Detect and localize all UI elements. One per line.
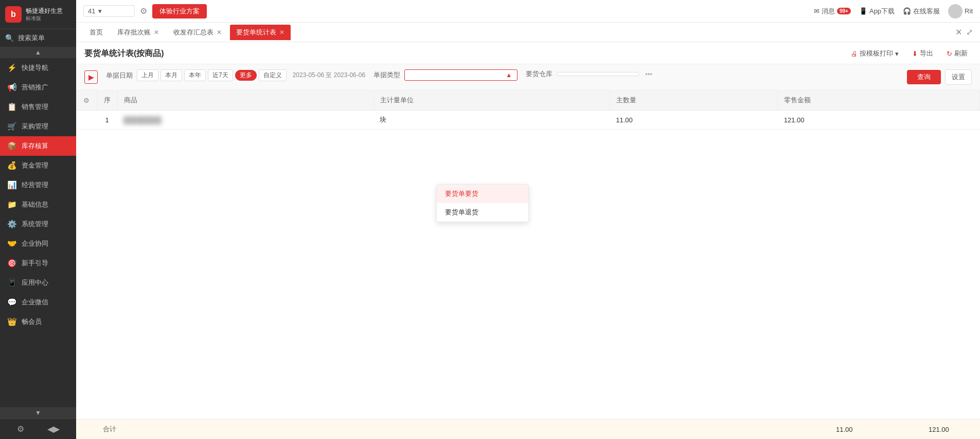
tab-home[interactable]: 首页: [83, 25, 109, 40]
date-btn-more[interactable]: 更多: [235, 70, 257, 81]
th-unit: 主计量单位: [373, 90, 610, 111]
sidebar-item-system[interactable]: ⚙️ 系统管理: [0, 214, 76, 234]
collapse-icon[interactable]: ◀▶: [47, 424, 60, 434]
date-filter-group: 单据日期 上月 本月 本年 近7天 更多 自定义 2023-05-06 至 20…: [106, 69, 365, 81]
trial-btn[interactable]: 体验行业方案: [152, 4, 207, 19]
print-btn[interactable]: 🖨 按模板打印 ▾: [847, 47, 903, 60]
date-btn-custom[interactable]: 自定义: [259, 69, 287, 81]
filter-settings-btn[interactable]: 设置: [945, 69, 972, 85]
wechat-icon: 💬: [7, 298, 16, 307]
date-btn-last-month[interactable]: 上月: [137, 69, 158, 81]
date-options: 上月 本月 本年 近7天 更多 自定义: [137, 69, 287, 81]
tab-requisition-label: 要货单统计表: [236, 28, 276, 37]
sidebar-search[interactable]: 🔍 搜索菜单: [0, 29, 76, 47]
sidebar-item-marketing[interactable]: 📢 营销推广: [0, 78, 76, 97]
th-gear[interactable]: ⚙: [76, 90, 97, 111]
date-btn-this-year[interactable]: 本年: [184, 69, 206, 81]
messages-btn[interactable]: ✉ 消息 99+: [814, 7, 851, 16]
sidebar-item-basic[interactable]: 📁 基础信息: [0, 195, 76, 214]
settings-icon[interactable]: ⚙: [17, 424, 24, 434]
avatar: [948, 4, 963, 19]
tab-fullscreen[interactable]: ⤢: [966, 27, 973, 37]
sidebar-item-finance[interactable]: 💰 资金管理: [0, 156, 76, 175]
gear-icon[interactable]: ⚙: [83, 97, 90, 104]
page-title: 要货单统计表(按商品): [84, 48, 164, 59]
query-btn[interactable]: 查询: [907, 70, 941, 84]
topbar-settings-icon[interactable]: ⚙: [140, 6, 147, 16]
sidebar-item-app-center[interactable]: 📱 应用中心: [0, 273, 76, 292]
refresh-btn[interactable]: ↻ 刷新: [942, 47, 972, 60]
warehouse-more-icon[interactable]: •••: [645, 70, 652, 78]
sidebar-item-quick-nav[interactable]: ⚡ 快捷导航: [0, 58, 76, 78]
sidebar-item-purchase[interactable]: 🛒 采购管理: [0, 117, 76, 136]
table-header-row: ⚙ 序 商品 主计量单位 主数量 零售金额: [76, 90, 980, 111]
date-btn-this-month[interactable]: 本月: [161, 69, 182, 81]
company-selector[interactable]: 41 ▾: [83, 5, 135, 17]
dropdown-item-req-label: 要货单要货: [445, 190, 478, 197]
tab-collect-close[interactable]: ✕: [217, 29, 222, 36]
th-num: 序: [97, 90, 117, 111]
dropdown-item-ret[interactable]: 要货单退货: [437, 203, 528, 222]
sidebar-item-sales[interactable]: 📋 销售管理: [0, 97, 76, 117]
sidebar-item-collab[interactable]: 🤝 企业协同: [0, 234, 76, 253]
support-label: 在线客服: [913, 7, 940, 16]
tab-requisition[interactable]: 要货单统计表 ✕: [230, 25, 291, 40]
headset-icon: 🎧: [903, 7, 911, 15]
sidebar-item-guide[interactable]: 🎯 新手引导: [0, 253, 76, 273]
footer-amount: 121.00: [922, 426, 974, 433]
page-content: 要货单统计表(按商品) 🖨 按模板打印 ▾ ⬇ 导出 ↻ 刷新 ▶: [76, 42, 980, 439]
user-menu[interactable]: Rit: [948, 4, 973, 19]
sidebar-item-business[interactable]: 📊 经营管理: [0, 175, 76, 195]
print-label: 按模板打印: [860, 49, 893, 58]
messages-badge: 99+: [837, 8, 851, 14]
export-label: 导出: [920, 49, 933, 58]
tab-batch[interactable]: 库存批次账 ✕: [111, 25, 165, 40]
td-amount: 121.00: [778, 111, 980, 130]
sidebar-item-vip[interactable]: 👑 畅会员: [0, 312, 76, 332]
td-num: 1: [97, 111, 117, 130]
business-icon: 📊: [7, 180, 16, 190]
user-name: Rit: [965, 7, 973, 15]
warehouse-select[interactable]: [557, 72, 639, 76]
sidebar-scroll-up[interactable]: ▲: [0, 47, 76, 58]
main-content: 41 ▾ ⚙ 体验行业方案 ✉ 消息 99+ 📱 App下载 🎧 在线客服 R: [76, 0, 980, 439]
date-btn-7days[interactable]: 近7天: [208, 69, 233, 81]
sales-icon: 📋: [7, 102, 16, 112]
tab-requisition-close[interactable]: ✕: [279, 29, 284, 36]
sidebar-item-inventory[interactable]: 📦 库存核算: [0, 136, 76, 156]
sidebar-item-label: 营销推广: [22, 83, 48, 92]
type-select[interactable]: ▲: [404, 69, 518, 81]
sidebar-nav: ⚡ 快捷导航 📢 营销推广 📋 销售管理 🛒 采购管理 📦 库存核算 💰 资金管…: [0, 58, 76, 407]
tab-close-all[interactable]: ✕: [955, 27, 962, 37]
app-logo-icon: b: [5, 6, 22, 23]
chevron-up-icon: ▲: [506, 71, 512, 79]
sidebar-item-label: 经营管理: [22, 180, 48, 190]
app-download-btn[interactable]: 📱 App下载: [859, 7, 895, 16]
date-filter-label: 单据日期: [106, 71, 133, 80]
tab-batch-close[interactable]: ✕: [154, 29, 159, 36]
page-header-actions: 🖨 按模板打印 ▾ ⬇ 导出 ↻ 刷新: [847, 47, 972, 60]
warehouse-filter-group: 要货仓库 •••: [526, 69, 652, 79]
dropdown-item-req[interactable]: 要货单要货: [437, 185, 528, 203]
app-sub: 标准版: [26, 15, 63, 22]
app-download-label: App下载: [869, 7, 895, 16]
warehouse-filter-label: 要货仓库: [526, 69, 553, 79]
sidebar-item-label: 应用中心: [22, 278, 48, 287]
page-header: 要货单统计表(按商品) 🖨 按模板打印 ▾ ⬇ 导出 ↻ 刷新: [76, 42, 980, 64]
data-table: ⚙ 序 商品 主计量单位 主数量 零售金额 1 ████████: [76, 90, 980, 130]
filter-actions: 查询 设置: [907, 69, 972, 85]
chevron-down-icon: ▾: [895, 50, 899, 58]
filter-expand-btn[interactable]: ▶: [84, 70, 98, 84]
finance-icon: 💰: [7, 161, 16, 170]
table-footer: 合计 11.00 121.00: [76, 419, 980, 439]
tab-collect[interactable]: 收发存汇总表 ✕: [167, 25, 228, 40]
sidebar-scroll-down[interactable]: ▼: [0, 407, 76, 418]
sidebar-item-wechat[interactable]: 💬 企业微信: [0, 292, 76, 312]
support-btn[interactable]: 🎧 在线客服: [903, 7, 940, 16]
guide-icon: 🎯: [7, 259, 16, 268]
td-gear: [76, 111, 97, 130]
td-product: ████████: [117, 111, 373, 130]
type-dropdown: 要货单要货 要货单退货: [436, 184, 529, 222]
export-btn[interactable]: ⬇ 导出: [908, 47, 937, 60]
sidebar-item-label: 基础信息: [22, 200, 48, 209]
